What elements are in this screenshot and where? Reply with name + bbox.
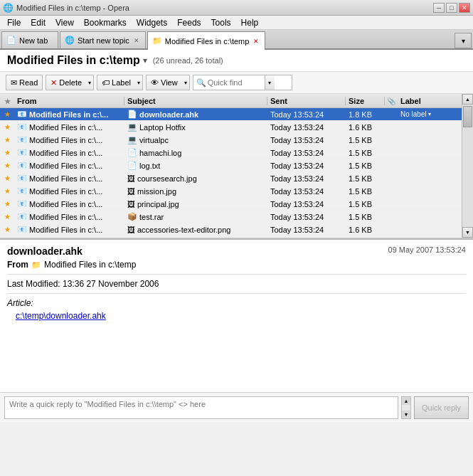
message-star[interactable]: ★ <box>0 174 14 182</box>
menu-file[interactable]: File <box>3 17 25 28</box>
view-icon: 👁 <box>151 78 159 87</box>
menu-feeds[interactable]: Feeds <box>173 17 205 28</box>
message-star[interactable]: ★ <box>0 162 14 169</box>
message-star[interactable]: ★ <box>0 123 14 131</box>
preview-link[interactable]: c:\temp\downloader.ahk <box>16 311 106 321</box>
tab-modfiles-close[interactable]: ✕ <box>252 37 260 46</box>
message-from: 📧 Modified Files in c:\... <box>14 135 124 144</box>
message-row[interactable]: ★ 📧 Modified Files in c:\... 📦 test.rar … <box>0 211 462 223</box>
folder-title: Modified Files in c:\temp <box>7 54 140 67</box>
message-row[interactable]: ★ 📧 Modified Files in c:\... 🖼 coursesea… <box>0 172 462 185</box>
message-size: 1.5 KB <box>346 136 385 144</box>
reply-input[interactable] <box>4 396 398 419</box>
tab-dropdown-button[interactable]: ▾ <box>455 33 472 48</box>
read-label: Read <box>19 78 38 87</box>
menu-edit[interactable]: Edit <box>26 17 50 28</box>
scroll-up-button[interactable]: ▲ <box>462 94 473 105</box>
message-row[interactable]: ★ 📧 Modified Files in c:\... 🖼 accessori… <box>0 236 462 238</box>
menu-help[interactable]: Help <box>237 17 263 28</box>
list-header: ★ From Subject Sent Size 📎 Labe <box>0 94 462 108</box>
header-sent[interactable]: Sent <box>267 97 346 105</box>
search-input[interactable] <box>208 78 265 87</box>
reply-scroll-track <box>402 405 410 411</box>
message-from: 📧 Modified Files in c:\... <box>14 186 124 196</box>
message-row[interactable]: ★ 📧 Modified Files in c:\... 🖼 mission.j… <box>0 185 462 198</box>
delete-dropdown-button[interactable]: ▾ <box>86 75 94 90</box>
tab-starttopic-close[interactable]: ✕ <box>132 36 141 45</box>
search-box[interactable]: 🔍 ▾ <box>193 75 292 90</box>
message-star[interactable]: ★ <box>0 213 14 221</box>
message-subject: 🖼 principal.jpg <box>124 200 267 208</box>
preview-from-label: From <box>7 260 28 270</box>
message-row[interactable]: ★ 📧 Modified Files in c:\... 💻 Laptop Ho… <box>0 121 462 134</box>
preview-divider2 <box>7 293 466 294</box>
label-button[interactable]: 🏷 Label <box>97 75 135 90</box>
message-from: 📧 Modified Files in c:\... <box>14 212 124 221</box>
close-button[interactable]: ✕ <box>459 3 470 13</box>
scroll-track[interactable] <box>462 105 473 227</box>
message-row[interactable]: ★ 📧 Modified Files in c:\... 🖼 accessori… <box>0 223 462 236</box>
read-button[interactable]: ✉ Read <box>6 75 43 90</box>
message-label[interactable]: No label▾ <box>398 110 462 118</box>
message-row[interactable]: ★ 📧 Modified Files in c:\... 📄 downloade… <box>0 108 462 121</box>
message-size: 1.5 KB <box>346 213 385 221</box>
scroll-down-button[interactable]: ▼ <box>462 227 473 238</box>
view-button[interactable]: 👁 View <box>146 75 182 90</box>
file-type-icon: 🖼 <box>127 200 135 208</box>
message-star[interactable]: ★ <box>0 149 14 157</box>
message-row[interactable]: ★ 📧 Modified Files in c:\... 💻 virtualpc… <box>0 134 462 147</box>
header-subject[interactable]: Subject <box>124 97 267 105</box>
menu-view[interactable]: View <box>51 17 78 28</box>
scroll-thumb[interactable] <box>463 106 472 127</box>
list-scrollbar[interactable]: ▲ ▼ <box>462 94 473 238</box>
title-text: Modified Files in c:\temp - Opera <box>16 4 433 12</box>
menu-bookmarks[interactable]: Bookmarks <box>80 17 131 28</box>
message-subject: 🖼 mission.jpg <box>124 187 267 196</box>
message-list-wrapper: ★ From Subject Sent Size 📎 Labe <box>0 94 473 238</box>
message-star[interactable]: ★ <box>0 226 14 233</box>
preview-from: From 📁 Modified Files in c:\temp <box>7 260 466 270</box>
message-star[interactable]: ★ <box>0 200 14 208</box>
message-row[interactable]: ★ 📧 Modified Files in c:\... 📄 hamachi.l… <box>0 147 462 159</box>
minimize-button[interactable]: ─ <box>433 3 445 13</box>
message-star[interactable]: ★ <box>0 187 14 195</box>
header-label[interactable]: Label <box>398 97 462 105</box>
toolbar: ✉ Read ✕ Delete ▾ 🏷 Label ▾ 👁 View ▾ 🔍 ▾ <box>0 72 473 94</box>
read-icon: ✉ <box>11 78 17 88</box>
message-size: 1.5 KB <box>346 162 385 170</box>
tab-modfiles-label: Modified Files in c:\temp <box>165 37 250 46</box>
search-dropdown-button[interactable]: ▾ <box>265 75 275 90</box>
message-star[interactable]: ★ <box>0 110 14 118</box>
label-dropdown-button[interactable]: ▾ <box>135 75 143 90</box>
reply-scroll-up-button[interactable]: ▲ <box>402 397 410 405</box>
delete-button[interactable]: ✕ Delete <box>46 75 86 90</box>
menu-widgets[interactable]: Widgets <box>132 17 171 28</box>
folder-icon-small: 📁 <box>31 260 41 270</box>
maximize-button[interactable]: □ <box>446 3 457 13</box>
message-star[interactable]: ★ <box>0 136 14 144</box>
header-star[interactable]: ★ <box>0 97 14 105</box>
file-type-icon: 📄 <box>127 148 137 157</box>
message-row[interactable]: ★ 📧 Modified Files in c:\... 📄 log.txt T… <box>0 159 462 172</box>
quick-reply-button[interactable]: Quick reply <box>414 396 469 419</box>
from-icon: 📧 <box>17 122 27 132</box>
from-icon: 📧 <box>17 174 27 183</box>
label-icon: 🏷 <box>102 78 110 87</box>
from-icon: 📧 <box>17 161 27 170</box>
preview-pane: downloader.ahk 09 May 2007 13:53:24 From… <box>0 238 473 392</box>
tab-newtab[interactable]: 📄 New tab <box>1 31 58 48</box>
header-from[interactable]: From <box>14 97 124 105</box>
menu-tools[interactable]: Tools <box>207 17 235 28</box>
header-size[interactable]: Size <box>346 97 385 105</box>
message-from: 📧 Modified Files in c:\... <box>14 110 124 119</box>
message-sent: Today 13:53:24 <box>267 149 346 157</box>
tab-modfiles[interactable]: 📁 Modified Files in c:\temp ✕ <box>147 31 266 50</box>
view-dropdown-button[interactable]: ▾ <box>182 75 190 90</box>
window-controls: ─ □ ✕ <box>433 3 470 13</box>
message-row[interactable]: ★ 📧 Modified Files in c:\... 🖼 principal… <box>0 198 462 211</box>
message-sent: Today 13:53:24 <box>267 174 346 183</box>
reply-scroll-down-button[interactable]: ▼ <box>402 411 410 418</box>
tab-starttopic[interactable]: 🌐 Start new topic ✕ <box>60 31 146 48</box>
message-from: 📧 Modified Files in c:\... <box>14 122 124 132</box>
folder-arrow-icon[interactable]: ▾ <box>143 55 147 65</box>
